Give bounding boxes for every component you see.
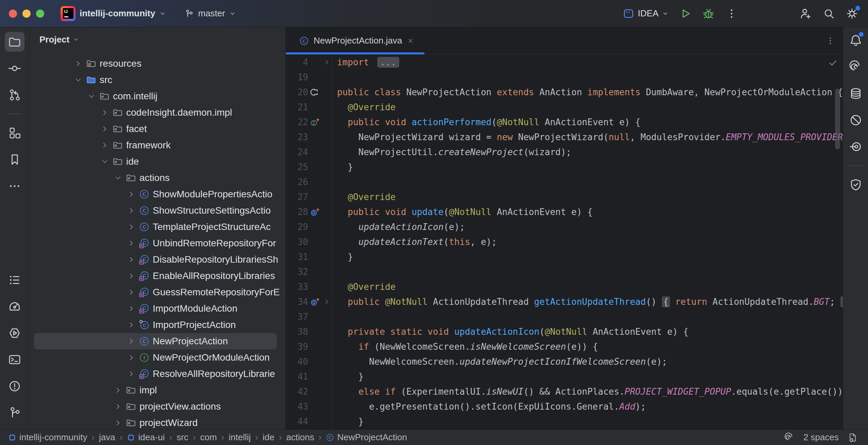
tool-button-structure[interactable]: [5, 123, 24, 143]
close-tab-icon[interactable]: [407, 37, 414, 45]
chevron-right-icon[interactable]: [100, 125, 109, 133]
code-line-28[interactable]: 28 public void update(@NotNull AnActionE…: [286, 204, 843, 219]
code-line-26[interactable]: 26: [286, 175, 843, 189]
code-line-30[interactable]: 30 updateActionText(this, e);: [286, 234, 843, 249]
bug-icon[interactable]: [702, 7, 715, 20]
branch-widget[interactable]: master: [180, 5, 240, 21]
code-line-40[interactable]: 40 NewWelcomeScreen.updateNewProjectIcon…: [286, 354, 843, 369]
tool-button-notifications[interactable]: [846, 31, 866, 50]
tree-item-actions[interactable]: actions: [29, 170, 285, 186]
code-line-19[interactable]: 19: [286, 70, 843, 85]
chevron-right-icon[interactable]: [127, 353, 136, 362]
gutter-over-icon[interactable]: [308, 297, 322, 307]
tool-button-profiler[interactable]: [5, 297, 24, 316]
chevron-down-icon[interactable]: [87, 92, 96, 101]
tree-item-projectWizard[interactable]: projectWizard: [29, 415, 285, 429]
code-line-27[interactable]: 27 @Override: [286, 189, 843, 204]
tree-item-ShowModulePropertiesActio[interactable]: CShowModulePropertiesActio: [29, 186, 285, 202]
code-line-21[interactable]: 21 @Override: [286, 100, 843, 115]
tool-button-version-control[interactable]: [5, 403, 24, 423]
add-user-icon[interactable]: [799, 7, 812, 20]
breadcrumb-item-com[interactable]: com: [200, 432, 217, 443]
tree-item-ResolveAllRepositoryLibrarie[interactable]: CResolveAllRepositoryLibrarie: [29, 366, 285, 382]
breadcrumb-item-src[interactable]: src: [177, 432, 188, 443]
tree-item-UnbindRemoteRepositoryFor[interactable]: CUnbindRemoteRepositoryFor: [29, 235, 285, 251]
tree-item-NewProjectOrModuleAction[interactable]: INewProjectOrModuleAction: [29, 349, 285, 366]
tree-item-impl[interactable]: impl: [29, 382, 285, 398]
play-icon[interactable]: [679, 7, 692, 20]
breadcrumb-item-NewProjectAction[interactable]: CNewProjectAction: [326, 432, 407, 443]
breadcrumb-item-idea-ui[interactable]: idea-ui: [127, 432, 165, 443]
code-line-32[interactable]: 32: [286, 264, 843, 279]
chevron-right-icon[interactable]: [114, 386, 122, 395]
tree-item-src[interactable]: src: [29, 72, 285, 88]
gutter-impl-icon[interactable]: I: [308, 117, 322, 127]
editor-options-kebab-icon[interactable]: [825, 36, 835, 46]
tool-button-database[interactable]: [846, 84, 866, 103]
code-line-23[interactable]: 23 NewProjectWizard wizard = new NewProj…: [286, 130, 843, 145]
code-line-24[interactable]: 24 NewProjectUtil.createNewProject(wizar…: [286, 145, 843, 160]
chevron-right-icon[interactable]: [100, 141, 109, 150]
tool-button-services[interactable]: [5, 323, 24, 343]
chevron-right-icon[interactable]: [114, 418, 122, 427]
tool-button-terminal[interactable]: [5, 350, 24, 369]
breadcrumb-item-actions[interactable]: actions: [286, 432, 314, 443]
tool-button-project[interactable]: [5, 32, 24, 52]
breadcrumb-item-intellij[interactable]: intellij: [229, 432, 251, 443]
tool-button-trusted-project[interactable]: [846, 175, 866, 195]
tree-item-ShowStructureSettingsActio[interactable]: CShowStructureSettingsActio: [29, 202, 285, 219]
tool-button-todo[interactable]: [5, 270, 24, 290]
tree-item-codeInsight.daemon.impl[interactable]: codeInsight.daemon.impl: [29, 104, 285, 121]
zoom-window-button[interactable]: [36, 10, 44, 18]
chevron-right-icon[interactable]: [127, 239, 136, 248]
tool-button-commit[interactable]: [5, 59, 24, 78]
close-window-button[interactable]: [9, 10, 17, 18]
breadcrumb-item-ide[interactable]: ide: [263, 432, 274, 443]
tool-button-pull-requests[interactable]: [5, 85, 24, 105]
project-panel-header[interactable]: Project: [29, 27, 285, 52]
code-line-38[interactable]: 38 private static void updateActionIcon(…: [286, 324, 843, 339]
code-line-37[interactable]: 37: [286, 309, 843, 324]
tree-item-ImportModuleAction[interactable]: CImportModuleAction: [29, 300, 285, 317]
chevron-right-icon[interactable]: [74, 59, 83, 68]
editor-tab[interactable]: C NewProjectAction.java: [286, 27, 424, 54]
code-line-34[interactable]: 34 public @NotNull ActionUpdateThread ge…: [286, 294, 843, 309]
project-widget[interactable]: IJ intellij-community: [56, 3, 170, 24]
code-line-33[interactable]: 33 @Override: [286, 279, 843, 294]
code-line-31[interactable]: 31 }: [286, 249, 843, 264]
tree-item-ide[interactable]: ide: [29, 153, 285, 170]
tool-button-bookmarks[interactable]: [5, 150, 24, 169]
tree-item-GuessRemoteRepositoryForE[interactable]: CGuessRemoteRepositoryForE: [29, 284, 285, 300]
tree-item-EnableAllRepositoryLibraries[interactable]: CEnableAllRepositoryLibraries: [29, 268, 285, 284]
chevron-down-icon[interactable]: [114, 174, 122, 182]
code-line-4[interactable]: 4import ...: [286, 55, 843, 70]
tree-item-projectView.actions[interactable]: projectView.actions: [29, 398, 285, 415]
tree-item-ImportProjectAction[interactable]: CImportProjectAction: [29, 317, 285, 333]
code-line-41[interactable]: 41 }: [286, 369, 843, 384]
chevron-right-icon[interactable]: [127, 271, 136, 280]
code-line-29[interactable]: 29 updateActionIcon(e);: [286, 219, 843, 234]
chevron-right-icon[interactable]: [127, 304, 136, 313]
tool-button-problems[interactable]: [5, 376, 24, 396]
gutter-class-icon[interactable]: [308, 87, 322, 97]
indent-setting[interactable]: 2 spaces: [803, 432, 839, 443]
tool-button-coverage[interactable]: [846, 137, 866, 156]
tree-item-DisableRepositoryLibrariesSh[interactable]: CDisableRepositoryLibrariesSh: [29, 251, 285, 268]
code-line-42[interactable]: 42 else if (ExperimentalUI.isNewUI() && …: [286, 384, 843, 399]
code-line-20[interactable]: 20public class NewProjectAction extends …: [286, 85, 843, 100]
chevron-down-icon[interactable]: [74, 76, 83, 84]
chevron-right-icon[interactable]: [127, 190, 136, 199]
editor-scrollbar[interactable]: [835, 89, 840, 149]
chevron-right-icon[interactable]: [127, 337, 136, 346]
breadcrumb-item-java[interactable]: java: [99, 432, 115, 443]
search-icon[interactable]: [822, 7, 835, 20]
code-line-39[interactable]: 39 if (NewWelcomeScreen.isNewWelcomeScre…: [286, 339, 843, 354]
settings-icon[interactable]: [846, 7, 858, 20]
tree-item-NewProjectAction[interactable]: CNewProjectAction: [34, 333, 277, 349]
minimize-window-button[interactable]: [22, 10, 31, 18]
tool-button-more-tool-windows[interactable]: [5, 176, 24, 196]
chevron-down-icon[interactable]: [100, 157, 109, 166]
chevron-right-icon[interactable]: [100, 108, 109, 117]
code-line-25[interactable]: 25 }: [286, 160, 843, 175]
code-line-44[interactable]: 44 }: [286, 414, 843, 429]
